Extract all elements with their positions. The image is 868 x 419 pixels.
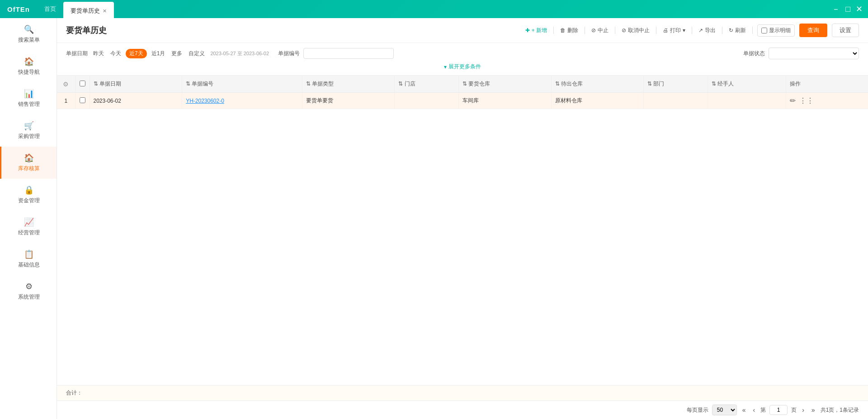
col-pending-warehouse: ⇅ 待出仓库: [551, 76, 644, 93]
col-store-sort-icon[interactable]: ⇅: [398, 81, 403, 87]
window-maximize-icon[interactable]: □: [845, 5, 850, 14]
expand-filter-btn[interactable]: ▾ 展开更多条件: [444, 63, 481, 71]
sidebar-item-basic-info[interactable]: 📋 基础信息: [0, 243, 57, 275]
export-button[interactable]: ↗ 导出: [697, 27, 717, 34]
page-label: 第: [760, 406, 766, 414]
cell-checkbox: [75, 93, 90, 109]
doc-no-input[interactable]: [303, 48, 394, 59]
quick-nav-icon: 🏠: [24, 57, 34, 67]
top-bar: OfTEn 首页 要货单历史 ✕ － □ ✕: [0, 0, 868, 18]
next-page-btn[interactable]: ›: [800, 405, 806, 414]
sidebar-item-search-menu[interactable]: 🔍 搜索菜单: [0, 18, 57, 50]
status-label: 单据状态: [743, 50, 765, 57]
pagination-bar: 每页显示 10 20 50 100 « ‹ 第 页 › » 共1页，1条记录: [57, 400, 868, 419]
col-pending-warehouse-sort-icon[interactable]: ⇅: [555, 81, 560, 87]
finance-icon: 🔒: [24, 185, 34, 195]
select-all-checkbox[interactable]: [80, 81, 85, 86]
sidebar-item-finance[interactable]: 🔒 资金管理: [0, 179, 57, 211]
purchase-icon: 🛒: [24, 121, 34, 131]
tab-requisition-history[interactable]: 要货单历史 ✕: [63, 2, 114, 20]
sidebar-item-sales-label: 销售管理: [18, 100, 40, 108]
col-doc-type-sort-icon[interactable]: ⇅: [306, 81, 311, 87]
total-info: 共1页，1条记录: [821, 406, 859, 414]
col-doc-no-sort-icon[interactable]: ⇅: [186, 81, 190, 87]
suspend-icon: ⊘: [591, 27, 596, 33]
suspend-button[interactable]: ⊘ 中止: [590, 27, 610, 34]
filter-area: 单据日期 昨天 今天 近7天 近1月 更多 自定义 2023-05-27 至 2…: [57, 43, 868, 76]
last-page-btn[interactable]: »: [810, 405, 817, 414]
sidebar: 🔍 搜索菜单 🏠 快捷导航 📊 销售管理 🛒 采购管理 🏠 库存核算 🔒 资金管…: [0, 18, 57, 419]
date-btn-more[interactable]: 更多: [170, 49, 184, 58]
sidebar-item-search-label: 搜索菜单: [18, 36, 40, 44]
sidebar-item-purchase[interactable]: 🛒 采购管理: [0, 114, 57, 147]
divider2: [585, 27, 585, 34]
col-operation: 操作: [786, 76, 868, 93]
more-icon[interactable]: ⋮⋮: [799, 96, 814, 105]
edit-icon[interactable]: ✏: [790, 96, 796, 105]
page-input[interactable]: [769, 405, 788, 415]
tab-home[interactable]: 首页: [37, 0, 63, 18]
col-dept-sort-icon[interactable]: ⇅: [647, 81, 652, 87]
delete-button[interactable]: 🗑 删除: [558, 27, 580, 34]
sidebar-item-system[interactable]: ⚙ 系统管理: [0, 275, 57, 307]
sidebar-item-operations[interactable]: 📈 经营管理: [0, 211, 57, 243]
cancel-suspend-button[interactable]: ⊘ 取消中止: [620, 27, 651, 34]
window-close-icon[interactable]: ✕: [856, 4, 863, 14]
divider1: [553, 27, 554, 34]
search-menu-icon: 🔍: [24, 24, 34, 34]
settings-button[interactable]: 设置: [832, 24, 859, 37]
cell-req-warehouse: 车间库: [459, 93, 552, 109]
col-handler-sort-icon[interactable]: ⇅: [712, 81, 716, 87]
per-page-label: 每页显示: [687, 406, 708, 414]
add-button[interactable]: ✚ + 新增: [524, 27, 549, 34]
refresh-icon: ↻: [729, 27, 733, 33]
prev-page-btn[interactable]: ‹: [751, 405, 757, 414]
date-filter-label: 单据日期: [66, 50, 88, 57]
col-req-warehouse: ⇅ 要货仓库: [459, 76, 552, 93]
window-minimize-icon[interactable]: －: [832, 4, 840, 14]
table-container: ⚙ ⇅ 单据日期 ⇅ 单据编号: [57, 76, 868, 385]
sidebar-item-purchase-label: 采购管理: [18, 133, 40, 140]
top-bar-tabs: 首页 要货单历史 ✕: [37, 0, 832, 18]
show-detail-button[interactable]: 显示明细: [757, 24, 795, 37]
sidebar-item-finance-label: 资金管理: [18, 197, 40, 205]
date-btn-1month[interactable]: 近1月: [150, 49, 167, 58]
page-title: 要货单历史: [66, 25, 107, 36]
date-btn-7days[interactable]: 近7天: [126, 49, 147, 58]
status-select[interactable]: [769, 48, 859, 59]
row-checkbox[interactable]: [80, 97, 85, 103]
col-date: ⇅ 单据日期: [90, 76, 182, 93]
expand-chevron-icon: ▾: [444, 64, 447, 70]
divider6: [722, 27, 722, 34]
requisition-table: ⚙ ⇅ 单据日期 ⇅ 单据编号: [57, 76, 868, 109]
footer-total-label: 合计：: [66, 389, 82, 397]
expand-filter-label: 展开更多条件: [448, 63, 481, 71]
first-page-btn[interactable]: «: [741, 405, 748, 414]
col-req-warehouse-sort-icon[interactable]: ⇅: [462, 81, 467, 87]
tab-requisition-label: 要货单历史: [71, 7, 100, 15]
date-btn-today[interactable]: 今天: [108, 49, 123, 58]
per-page-select[interactable]: 10 20 50 100: [712, 405, 737, 415]
date-btn-custom[interactable]: 自定义: [187, 49, 207, 58]
tab-close-icon[interactable]: ✕: [103, 8, 107, 14]
table-header-row: ⚙ ⇅ 单据日期 ⇅ 单据编号: [57, 76, 868, 93]
print-button[interactable]: 🖨 打印 ▾: [661, 27, 687, 34]
sidebar-item-system-label: 系统管理: [18, 293, 40, 301]
table-settings-icon[interactable]: ⚙: [63, 81, 69, 88]
sidebar-item-sales[interactable]: 📊 销售管理: [0, 82, 57, 114]
refresh-button[interactable]: ↻ 刷新: [727, 27, 748, 34]
cancel-suspend-icon: ⊘: [622, 27, 626, 33]
doc-no-filter-group: 单据编号: [278, 48, 394, 59]
doc-no-link[interactable]: YH-20230602-0: [186, 98, 224, 104]
operations-icon: 📈: [24, 217, 34, 227]
print-chevron-icon: ▾: [683, 27, 685, 33]
col-date-sort-icon[interactable]: ⇅: [94, 81, 98, 87]
query-button[interactable]: 查询: [799, 24, 827, 37]
date-btn-yesterday[interactable]: 昨天: [91, 49, 106, 58]
sidebar-item-inventory[interactable]: 🏠 库存核算: [0, 147, 57, 179]
table-row: 1 2023-06-02 YH-20230602-0 要货单要货 车间库 原材料…: [57, 93, 868, 109]
content-area: 要货单历史 ✚ + 新增 🗑 删除 ⊘ 中止: [57, 18, 868, 419]
sidebar-item-quick-nav[interactable]: 🏠 快捷导航: [0, 50, 57, 82]
show-detail-checkbox[interactable]: [761, 28, 767, 33]
cell-store: [395, 93, 459, 109]
